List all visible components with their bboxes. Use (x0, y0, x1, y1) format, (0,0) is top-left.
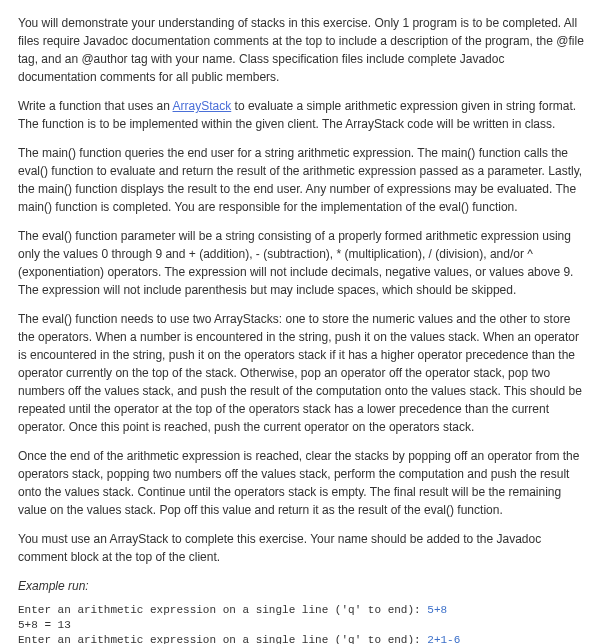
arraystack-link[interactable]: ArrayStack (173, 99, 232, 113)
paragraph-must-use: You must use an ArrayStack to complete t… (18, 530, 584, 566)
paragraph-main-function: The main() function queries the end user… (18, 144, 584, 216)
text-before-link: Write a function that uses an (18, 99, 173, 113)
prompt-line: Enter an arithmetic expression on a sing… (18, 634, 427, 644)
example-run-label: Example run: (18, 577, 584, 595)
paragraph-eval-parameter: The eval() function parameter will be a … (18, 227, 584, 299)
paragraph-eval-stacks: The eval() function needs to use two Arr… (18, 310, 584, 436)
example-run-output: Enter an arithmetic expression on a sing… (18, 603, 584, 644)
paragraph-write-function: Write a function that uses an ArrayStack… (18, 97, 584, 133)
result-line: 5+8 = 13 (18, 619, 71, 631)
user-input: 2+1-6 (427, 634, 460, 644)
paragraph-end-expression: Once the end of the arithmetic expressio… (18, 447, 584, 519)
paragraph-intro: You will demonstrate your understanding … (18, 14, 584, 86)
user-input: 5+8 (427, 604, 447, 616)
prompt-line: Enter an arithmetic expression on a sing… (18, 604, 427, 616)
